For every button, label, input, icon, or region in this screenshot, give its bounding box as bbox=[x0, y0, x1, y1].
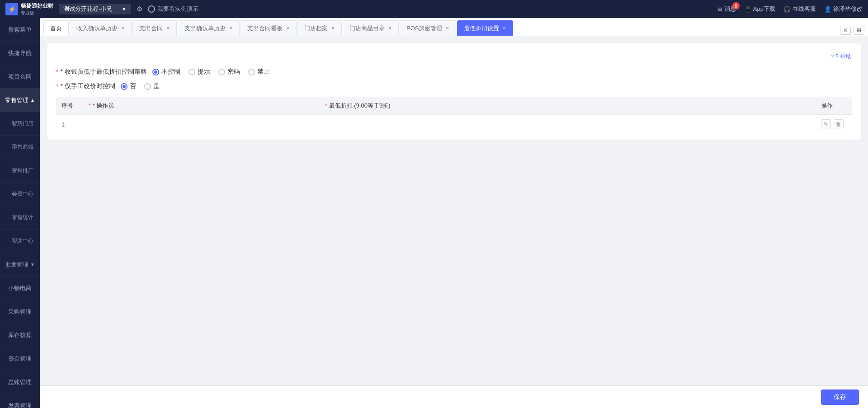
search-label: 搜索菜单 bbox=[8, 26, 32, 34]
tab-close-store-goods[interactable]: ✕ bbox=[388, 25, 392, 31]
message-badge: 8 bbox=[732, 2, 740, 9]
sidebar-item-ecommerce[interactable]: 小畅电商 bbox=[0, 277, 40, 300]
page-content: ? ? 帮助 * * 收银员低于最低折扣控制策略 不控制 bbox=[40, 36, 868, 385]
th-operator: * * 操作员 bbox=[83, 97, 320, 115]
cell-operator bbox=[83, 115, 320, 134]
help-label: 帮助中心 bbox=[12, 237, 33, 245]
settings-icon[interactable]: ⚙ bbox=[137, 5, 142, 13]
th-min-discount: * 最低折扣 (9.00等于9折) bbox=[320, 97, 816, 115]
option-hint[interactable]: 提示 bbox=[189, 68, 210, 76]
radio-password[interactable] bbox=[218, 69, 225, 75]
radio-hint[interactable] bbox=[189, 69, 195, 75]
tab-home[interactable]: 首页 bbox=[43, 20, 69, 36]
sidebar: 搜索菜单 快捷导航 项目合同 零售管理 ▲ 智慧门店 零售商城 营销推广 会员中… bbox=[0, 18, 40, 408]
tab-payment-board[interactable]: 支出合同看板 ✕ bbox=[241, 20, 297, 36]
smart-store-label: 智慧门店 bbox=[12, 120, 33, 127]
online-service-button[interactable]: 🎧 在线客服 bbox=[783, 5, 816, 13]
tab-payment-history[interactable]: 支出确认单历史 ✕ bbox=[178, 20, 240, 36]
retail-label: 零售管理 bbox=[5, 96, 28, 104]
option-forbid[interactable]: 禁止 bbox=[248, 68, 270, 76]
user-profile-button[interactable]: 👤 徐泽华修改 bbox=[824, 5, 863, 13]
tab-close-income-history[interactable]: ✕ bbox=[121, 25, 125, 31]
tab-min-discount[interactable]: 最低折扣设置 ✕ bbox=[457, 20, 513, 36]
download-icon: 📱 bbox=[744, 6, 751, 13]
sidebar-item-retail-stats[interactable]: 零售统计 bbox=[0, 206, 40, 230]
demo-link[interactable]: 我要看实例演示 bbox=[148, 5, 198, 13]
wholesale-label: 批发管理 bbox=[5, 261, 28, 269]
delete-button[interactable]: 🗑 bbox=[834, 119, 844, 129]
purchase-label: 采购管理 bbox=[8, 308, 32, 316]
project-selector[interactable]: 测试分开花程-小兄 ▼ bbox=[59, 4, 131, 14]
marketing-label: 营销推广 bbox=[12, 167, 33, 174]
tab-close-payment-contract[interactable]: ✕ bbox=[166, 25, 170, 31]
radio-no-control[interactable] bbox=[152, 69, 159, 75]
radio-no[interactable] bbox=[121, 83, 127, 90]
tab-payment-contract[interactable]: 支出合同 ✕ bbox=[132, 20, 177, 36]
sidebar-item-marketing[interactable]: 营销推广 bbox=[0, 159, 40, 183]
member-label: 会员中心 bbox=[12, 190, 33, 198]
wholesale-arrow: ▼ bbox=[30, 262, 35, 267]
cell-seq: 1 bbox=[56, 115, 83, 134]
sidebar-item-search[interactable]: 搜索菜单 bbox=[0, 18, 40, 42]
option-yes[interactable]: 是 bbox=[144, 82, 160, 90]
sidebar-item-purchase[interactable]: 采购管理 bbox=[0, 300, 40, 324]
tab-close-payment-board[interactable]: ✕ bbox=[286, 25, 290, 31]
edit-button[interactable]: ✎ bbox=[821, 119, 831, 129]
radio-forbid[interactable] bbox=[248, 69, 255, 75]
sidebar-item-project[interactable]: 项目合同 bbox=[0, 65, 40, 89]
app-download-button[interactable]: 📱 App下载 bbox=[744, 5, 775, 13]
question-icon: ? bbox=[830, 53, 834, 60]
save-button[interactable]: 保存 bbox=[821, 389, 859, 405]
bottom-bar: 保存 bbox=[40, 385, 868, 408]
circle-icon bbox=[148, 5, 155, 13]
sidebar-item-smart-store[interactable]: 智慧门店 bbox=[0, 112, 40, 136]
logo-icon: ⚡ bbox=[5, 3, 18, 15]
close-tab-button[interactable]: ✕ bbox=[840, 26, 851, 35]
tab-pos-lock[interactable]: POS加密管理 ✕ bbox=[400, 20, 456, 36]
required-star-1: * bbox=[56, 68, 58, 75]
app-name: 畅捷通好业财 专业版 bbox=[21, 2, 53, 16]
option-no[interactable]: 否 bbox=[121, 82, 136, 90]
sidebar-item-ledger[interactable]: 总账管理 bbox=[0, 370, 40, 394]
row-action-buttons: ✎ 🗑 bbox=[821, 119, 846, 129]
sidebar-item-inventory[interactable]: 库存核算 bbox=[0, 324, 40, 347]
tab-income-history[interactable]: 收入确认单历史 ✕ bbox=[70, 20, 132, 36]
sidebar-item-help[interactable]: 帮助中心 bbox=[0, 230, 40, 253]
ledger-label: 总账管理 bbox=[8, 378, 32, 386]
sidebar-item-retail[interactable]: 零售管理 ▲ bbox=[0, 89, 40, 112]
sidebar-item-member[interactable]: 会员中心 bbox=[0, 183, 40, 206]
form-header: ? ? 帮助 bbox=[56, 52, 852, 61]
option-password[interactable]: 密码 bbox=[218, 68, 240, 76]
sidebar-item-finance[interactable]: 资金管理 bbox=[0, 347, 40, 370]
tab-close-payment-history[interactable]: ✕ bbox=[229, 25, 233, 31]
window-button[interactable]: ⊞ bbox=[854, 26, 864, 35]
sidebar-item-retail-mall[interactable]: 零售商城 bbox=[0, 136, 40, 159]
form-card: ? ? 帮助 * * 收银员低于最低折扣控制策略 不控制 bbox=[47, 43, 861, 140]
sidebar-item-invoice[interactable]: 发票管理 bbox=[0, 394, 40, 408]
sidebar-item-shortcut[interactable]: 快捷导航 bbox=[0, 42, 40, 65]
retail-stats-label: 零售统计 bbox=[12, 214, 33, 221]
th-discount-required: * bbox=[325, 102, 329, 109]
option-no-control[interactable]: 不控制 bbox=[152, 68, 180, 76]
sidebar-item-wholesale[interactable]: 批发管理 ▼ bbox=[0, 253, 40, 277]
th-operator-required: * bbox=[89, 102, 93, 109]
tab-store-goods[interactable]: 门店商品目录 ✕ bbox=[343, 20, 399, 36]
tab-close-store-archive[interactable]: ✕ bbox=[331, 25, 335, 31]
tab-store-archive[interactable]: 门店档案 ✕ bbox=[297, 20, 342, 36]
discount-strategy-label: * 收银员低于最低折扣控制策略 bbox=[60, 68, 146, 76]
required-star-2: * bbox=[56, 83, 58, 90]
cell-actions: ✎ 🗑 bbox=[816, 115, 852, 134]
project-label: 项目合同 bbox=[8, 73, 32, 81]
finance-label: 资金管理 bbox=[8, 355, 32, 363]
manual-price-options: 否 是 bbox=[121, 82, 160, 90]
tab-close-pos-lock[interactable]: ✕ bbox=[445, 25, 449, 31]
help-link[interactable]: ? ? 帮助 bbox=[830, 52, 852, 61]
inventory-label: 库存核算 bbox=[8, 331, 32, 339]
tab-close-min-discount[interactable]: ✕ bbox=[502, 25, 506, 31]
message-button[interactable]: ✉ 消息 8 bbox=[717, 5, 736, 13]
tab-bar: 首页 收入确认单历史 ✕ 支出合同 ✕ 支出确认单历史 ✕ 支出合同看板 ✕ 门… bbox=[40, 18, 868, 36]
shortcut-label: 快捷导航 bbox=[8, 49, 32, 57]
user-icon: 👤 bbox=[824, 6, 831, 13]
radio-yes[interactable] bbox=[144, 83, 151, 90]
th-discount-label: 最低折扣 (9.00等于9折) bbox=[329, 102, 391, 109]
